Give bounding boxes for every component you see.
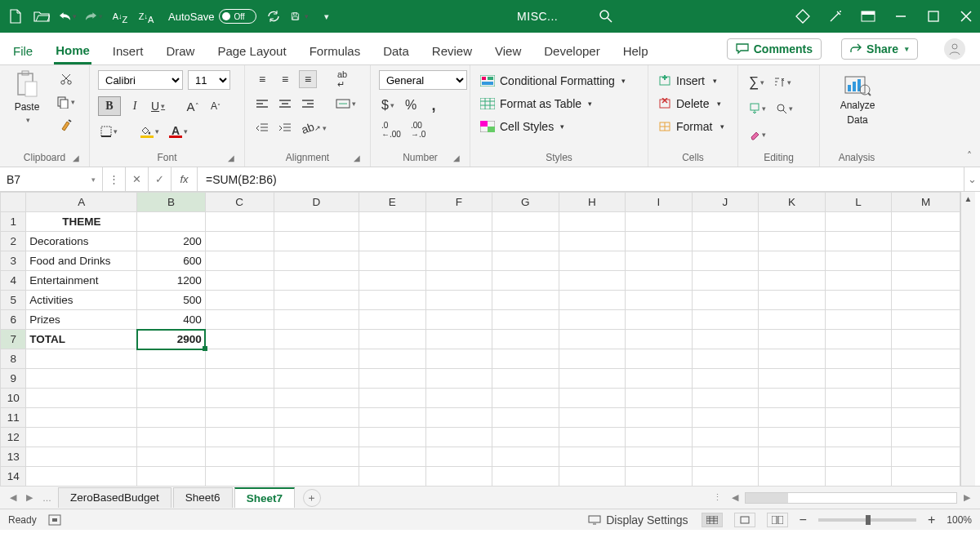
cell-B5[interactable]: 500 [137, 291, 206, 310]
cell-C8[interactable] [205, 349, 274, 369]
view-page-break-button[interactable] [767, 513, 788, 527]
cell-F9[interactable] [425, 369, 492, 389]
cell-F8[interactable] [425, 349, 492, 369]
tab-split-icon[interactable]: ⋮ [710, 492, 725, 503]
cell-I3[interactable] [626, 251, 693, 271]
cell-K12[interactable] [759, 428, 826, 447]
cell-B4[interactable]: 1200 [137, 271, 206, 291]
hscroll-left[interactable]: ◀ [728, 492, 742, 503]
cell-A8[interactable] [26, 349, 137, 369]
cell-I11[interactable] [626, 408, 693, 428]
cell-G12[interactable] [492, 428, 559, 447]
row-header-5[interactable]: 5 [1, 291, 26, 310]
cell-L11[interactable] [825, 408, 892, 428]
align-top-button[interactable]: ≡ [253, 70, 271, 88]
sort-desc-icon[interactable]: Z↓A [137, 7, 155, 25]
row-header-7[interactable]: 7 [1, 330, 26, 349]
cell-C1[interactable] [205, 212, 274, 232]
tab-insert[interactable]: Insert [111, 44, 145, 64]
cell-J5[interactable] [692, 291, 759, 310]
cell-G8[interactable] [492, 349, 559, 369]
cell-M4[interactable] [892, 271, 960, 291]
column-header-L[interactable]: L [825, 193, 892, 212]
cell-J7[interactable] [692, 330, 759, 349]
cell-C12[interactable] [205, 428, 274, 447]
cell-M14[interactable] [892, 467, 960, 487]
cell-A11[interactable] [26, 408, 137, 428]
cell-K4[interactable] [759, 271, 826, 291]
cell-E4[interactable] [359, 271, 426, 291]
ribbon-mode-icon[interactable] [861, 9, 875, 24]
cell-J8[interactable] [692, 349, 759, 369]
autosum-button[interactable]: ∑▾ [746, 73, 767, 91]
cell-G6[interactable] [492, 310, 559, 330]
cell-I6[interactable] [626, 310, 693, 330]
scroll-up-icon[interactable]: ▲ [964, 192, 973, 205]
cell-D4[interactable] [274, 271, 359, 291]
cell-D5[interactable] [274, 291, 359, 310]
sort-asc-icon[interactable]: A↓Z [111, 7, 129, 25]
align-right-button[interactable] [299, 95, 317, 113]
cell-C5[interactable] [205, 291, 274, 310]
hscroll-right[interactable]: ▶ [960, 492, 973, 503]
cell-D7[interactable] [274, 330, 359, 349]
cell-G9[interactable] [492, 369, 559, 389]
cell-D13[interactable] [274, 447, 359, 467]
cell-G11[interactable] [492, 408, 559, 428]
cell-A14[interactable] [26, 467, 137, 487]
cell-D8[interactable] [274, 349, 359, 369]
cell-E1[interactable] [359, 212, 426, 232]
cell-F14[interactable] [425, 467, 492, 487]
cell-M8[interactable] [892, 349, 960, 369]
cell-G2[interactable] [492, 232, 559, 251]
account-avatar[interactable] [944, 38, 965, 60]
percent-format-button[interactable]: % [402, 96, 420, 114]
cell-E9[interactable] [359, 369, 426, 389]
cell-B9[interactable] [137, 369, 206, 389]
cell-J10[interactable] [692, 389, 759, 408]
column-header-B[interactable]: B [137, 193, 206, 212]
cell-B6[interactable]: 400 [137, 310, 206, 330]
cell-F6[interactable] [425, 310, 492, 330]
cell-H8[interactable] [559, 349, 626, 369]
cell-G13[interactable] [492, 447, 559, 467]
cell-L4[interactable] [825, 271, 892, 291]
cell-A10[interactable] [26, 389, 137, 408]
name-box[interactable]: B7▾ [0, 167, 103, 191]
cell-I10[interactable] [626, 389, 693, 408]
cell-A5[interactable]: Activities [26, 291, 137, 310]
cell-E12[interactable] [359, 428, 426, 447]
row-header-8[interactable]: 8 [1, 349, 26, 369]
search-icon[interactable] [599, 9, 613, 24]
sheet-nav-more[interactable]: … [39, 493, 55, 503]
sheet-tab-sheet6[interactable]: Sheet6 [173, 487, 233, 508]
new-file-icon[interactable] [7, 7, 24, 25]
orientation-button[interactable]: ab↗▾ [299, 119, 329, 137]
font-size-select[interactable]: 11 [188, 70, 230, 90]
cell-B8[interactable] [137, 349, 206, 369]
cell-E3[interactable] [359, 251, 426, 271]
cell-M11[interactable] [892, 408, 960, 428]
sheet-nav-prev[interactable]: ◀ [7, 492, 20, 503]
sync-icon[interactable] [265, 7, 283, 25]
column-header-G[interactable]: G [492, 193, 559, 212]
cell-D12[interactable] [274, 428, 359, 447]
cell-G3[interactable] [492, 251, 559, 271]
row-header-9[interactable]: 9 [1, 369, 26, 389]
cell-L14[interactable] [825, 467, 892, 487]
cell-K10[interactable] [759, 389, 826, 408]
cell-J14[interactable] [692, 467, 759, 487]
cell-D1[interactable] [274, 212, 359, 232]
cell-J2[interactable] [692, 232, 759, 251]
cell-A6[interactable]: Prizes [26, 310, 137, 330]
cell-H13[interactable] [559, 447, 626, 467]
column-header-D[interactable]: D [274, 193, 359, 212]
tab-view[interactable]: View [493, 44, 523, 64]
cell-J13[interactable] [692, 447, 759, 467]
cell-B10[interactable] [137, 389, 206, 408]
cell-H7[interactable] [559, 330, 626, 349]
align-left-button[interactable] [253, 95, 271, 113]
fx-icon[interactable]: fx [172, 167, 198, 191]
cell-K8[interactable] [759, 349, 826, 369]
tab-draw[interactable]: Draw [164, 44, 196, 64]
